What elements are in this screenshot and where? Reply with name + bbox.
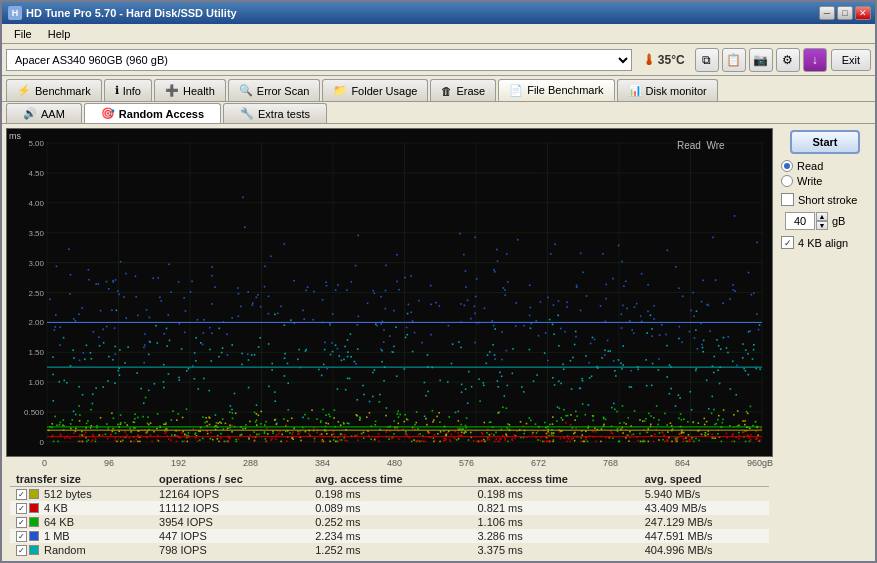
paste-icon[interactable]: 📋 <box>722 48 746 72</box>
x-label-5: 480 <box>387 458 402 468</box>
gb-arrows: ▲ ▼ <box>816 212 828 230</box>
gb-up-arrow[interactable]: ▲ <box>816 212 828 221</box>
col-avg-access: avg. access time <box>309 472 471 487</box>
cell-ops-3: 447 IOPS <box>153 529 309 543</box>
title-bar: H HD Tune Pro 5.70 - Hard Disk/SSD Utili… <box>2 2 875 24</box>
close-button[interactable]: ✕ <box>855 6 871 20</box>
cell-avg-access-4: 1.252 ms <box>309 543 471 557</box>
file-benchmark-icon: 📄 <box>509 84 523 97</box>
sub-tab-random-access[interactable]: 🎯 Random Access <box>84 103 221 123</box>
row-checkbox-2[interactable]: ✓ <box>16 517 27 528</box>
row-checkbox-1[interactable]: ✓ <box>16 503 27 514</box>
align-label: 4 KB align <box>798 237 848 249</box>
cell-avg-speed-2: 247.129 MB/s <box>639 515 769 529</box>
tab-folder-usage[interactable]: 📁 Folder Usage <box>322 79 428 101</box>
title-buttons: ─ □ ✕ <box>819 6 871 20</box>
x-label-7: 672 <box>531 458 546 468</box>
tab-health[interactable]: ➕ Health <box>154 79 226 101</box>
cell-size-4: ✓ Random <box>10 543 153 557</box>
exit-button[interactable]: Exit <box>831 49 871 71</box>
settings-icon[interactable]: ⚙ <box>776 48 800 72</box>
cell-avg-access-2: 0.252 ms <box>309 515 471 529</box>
maximize-button[interactable]: □ <box>837 6 853 20</box>
align-checkbox[interactable] <box>781 236 794 249</box>
color-indicator-4 <box>29 545 39 555</box>
extra-tests-icon: 🔧 <box>240 107 254 120</box>
monitor-icon: 📊 <box>628 84 642 97</box>
menu-bar: File Help <box>2 24 875 44</box>
tab-file-benchmark[interactable]: 📄 File Benchmark <box>498 79 614 101</box>
title-bar-left: H HD Tune Pro 5.70 - Hard Disk/SSD Utili… <box>8 6 237 20</box>
short-stroke-label: Short stroke <box>798 194 857 206</box>
toolbar-icons: ⧉ 📋 📷 ⚙ ↓ <box>695 48 827 72</box>
row-checkbox-4[interactable]: ✓ <box>16 545 27 556</box>
write-label: Write <box>797 175 822 187</box>
right-panel: Start Read Write Short stroke 40 <box>775 124 875 561</box>
short-stroke-checkbox[interactable] <box>781 193 794 206</box>
write-radio-button[interactable] <box>781 175 793 187</box>
cell-max-access-0: 0.198 ms <box>471 487 638 502</box>
menu-help[interactable]: Help <box>40 26 79 42</box>
table-row: ✓ 512 bytes 12164 IOPS 0.198 ms 0.198 ms… <box>10 487 769 502</box>
gb-down-arrow[interactable]: ▼ <box>816 221 828 230</box>
x-label-3: 288 <box>243 458 258 468</box>
toolbar: Apacer AS340 960GB (960 gB) 🌡 35°C ⧉ 📋 📷… <box>2 44 875 76</box>
start-button[interactable]: Start <box>790 130 860 154</box>
tab-info[interactable]: ℹ Info <box>104 79 152 101</box>
read-radio-button[interactable] <box>781 160 793 172</box>
col-max-access: max. access time <box>471 472 638 487</box>
size-label-0: 512 bytes <box>44 488 92 500</box>
y-axis-unit: ms <box>9 131 21 141</box>
sub-tab-bar: 🔊 AAM 🎯 Random Access 🔧 Extra tests <box>2 102 875 124</box>
cell-size-1: ✓ 4 KB <box>10 501 153 515</box>
sub-tab-extra-tests[interactable]: 🔧 Extra tests <box>223 103 327 123</box>
camera-icon[interactable]: 📷 <box>749 48 773 72</box>
download-icon[interactable]: ↓ <box>803 48 827 72</box>
tab-erase[interactable]: 🗑 Erase <box>430 79 496 101</box>
x-label-6: 576 <box>459 458 474 468</box>
cell-max-access-1: 0.821 ms <box>471 501 638 515</box>
results-table: transfer size operations / sec avg. acce… <box>10 472 769 557</box>
table-row: ✓ 1 MB 447 IOPS 2.234 ms 3.286 ms 447.59… <box>10 529 769 543</box>
info-icon: ℹ <box>115 84 119 97</box>
tab-disk-monitor[interactable]: 📊 Disk monitor <box>617 79 718 101</box>
align-row: 4 KB align <box>781 236 869 249</box>
col-avg-speed: avg. speed <box>639 472 769 487</box>
menu-file[interactable]: File <box>6 26 40 42</box>
color-indicator-1 <box>29 503 39 513</box>
cell-ops-4: 798 IOPS <box>153 543 309 557</box>
color-indicator-0 <box>29 489 39 499</box>
size-label-1: 4 KB <box>44 502 68 514</box>
benchmark-chart <box>7 129 772 456</box>
table-row: ✓ Random 798 IOPS 1.252 ms 3.375 ms 404.… <box>10 543 769 557</box>
drive-select[interactable]: Apacer AS340 960GB (960 gB) <box>6 49 632 71</box>
temperature-value: 35°C <box>658 53 685 67</box>
cell-avg-access-3: 2.234 ms <box>309 529 471 543</box>
tab-error-scan[interactable]: 🔍 Error Scan <box>228 79 321 101</box>
cell-avg-access-1: 0.089 ms <box>309 501 471 515</box>
copy-icon[interactable]: ⧉ <box>695 48 719 72</box>
cell-avg-speed-3: 447.591 MB/s <box>639 529 769 543</box>
gb-value[interactable]: 40 <box>785 212 815 230</box>
read-radio-item[interactable]: Read <box>781 160 869 172</box>
minimize-button[interactable]: ─ <box>819 6 835 20</box>
read-write-radio-group: Read Write <box>781 160 869 187</box>
short-stroke-row: Short stroke <box>781 193 869 206</box>
gb-spin: 40 ▲ ▼ <box>785 212 828 230</box>
row-checkbox-0[interactable]: ✓ <box>16 489 27 500</box>
health-icon: ➕ <box>165 84 179 97</box>
size-label-2: 64 KB <box>44 516 74 528</box>
col-transfer-size: transfer size <box>10 472 153 487</box>
row-checkbox-3[interactable]: ✓ <box>16 531 27 542</box>
size-label-4: Random <box>44 544 86 556</box>
table-row: ✓ 64 KB 3954 IOPS 0.252 ms 1.106 ms 247.… <box>10 515 769 529</box>
cell-max-access-2: 1.106 ms <box>471 515 638 529</box>
write-radio-item[interactable]: Write <box>781 175 869 187</box>
cell-avg-speed-0: 5.940 MB/s <box>639 487 769 502</box>
tab-benchmark[interactable]: ⚡ Benchmark <box>6 79 102 101</box>
main-content: ms 0 96 192 288 384 480 576 672 768 864 … <box>2 124 875 561</box>
sub-tab-aam[interactable]: 🔊 AAM <box>6 103 82 123</box>
window-title: HD Tune Pro 5.70 - Hard Disk/SSD Utility <box>26 7 237 19</box>
folder-icon: 📁 <box>333 84 347 97</box>
x-label-10: 960gB <box>747 458 773 468</box>
